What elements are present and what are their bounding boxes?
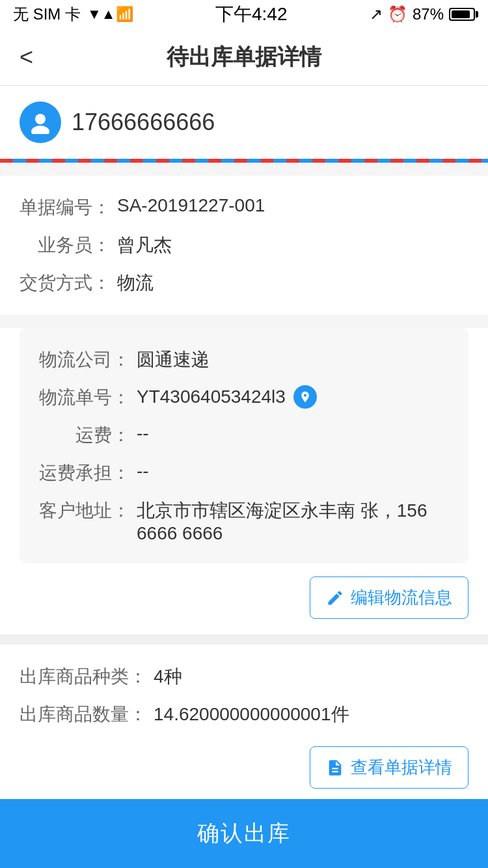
goods-type-row: 出库商品种类： 4种 xyxy=(20,664,468,689)
confirm-btn-wrapper: 确认出库 xyxy=(0,799,488,868)
edit-logistics-button[interactable]: 编辑物流信息 xyxy=(310,576,468,619)
logistics-company-value: 圆通速递 xyxy=(130,347,449,372)
battery-label: 87% xyxy=(413,5,444,23)
view-detail-button[interactable]: 查看单据详情 xyxy=(310,746,468,789)
address-value: 北京市市辖区海淀区永丰南 张，156 6666 6666 xyxy=(130,498,449,544)
logistics-company-row: 物流公司： 圆通速递 xyxy=(39,347,449,372)
location-status-icon: ↗ xyxy=(370,5,383,23)
goods-type-value: 4种 xyxy=(147,664,468,689)
back-button[interactable]: < xyxy=(20,44,33,71)
page-title: 待出库单据详情 xyxy=(167,42,321,72)
order-no-value: SA-20191227-001 xyxy=(111,195,468,216)
section-divider xyxy=(0,634,488,645)
freight-bearer-label: 运费承担： xyxy=(39,461,130,485)
goods-quantity-value: 14.620000000000001件 xyxy=(147,702,468,727)
staff-value: 曾凡杰 xyxy=(111,233,468,258)
delivery-row: 交货方式： 物流 xyxy=(20,271,468,295)
address-label: 客户地址： xyxy=(39,498,130,523)
svg-point-1 xyxy=(31,126,49,134)
battery-icon xyxy=(449,8,475,21)
edit-btn-row: 编辑物流信息 xyxy=(0,576,488,634)
map-location-icon[interactable] xyxy=(293,385,317,409)
status-bar-right: ↗ ⏰ 87% xyxy=(370,5,475,23)
svg-point-0 xyxy=(35,114,46,124)
status-bar: 无 SIM 卡 ▼▲📶 下午4:42 ↗ ⏰ 87% xyxy=(0,0,488,29)
freight-value: -- xyxy=(130,423,449,444)
freight-row: 运费： -- xyxy=(39,423,449,448)
nav-bar: < 待出库单据详情 xyxy=(0,29,488,86)
user-phone: 17666666666 xyxy=(72,109,215,136)
avatar-icon xyxy=(29,111,52,134)
edit-icon xyxy=(326,589,344,607)
delivery-label: 交货方式： xyxy=(20,271,111,295)
freight-label: 运费： xyxy=(39,423,130,448)
freight-bearer-value: -- xyxy=(130,461,449,481)
freight-bearer-row: 运费承担： -- xyxy=(39,461,449,485)
wifi-icon: ▼▲📶 xyxy=(87,6,133,23)
goods-quantity-label: 出库商品数量： xyxy=(20,702,147,727)
confirm-outbound-button[interactable]: 确认出库 xyxy=(0,799,488,868)
logistics-tracking-value: YT43064053424l3 xyxy=(130,385,449,409)
dashed-divider xyxy=(0,159,488,163)
goods-section: 出库商品种类： 4种 出库商品数量： 14.620000000000001件 xyxy=(0,645,488,746)
staff-label: 业务员： xyxy=(20,233,111,258)
status-bar-time: 下午4:42 xyxy=(215,2,288,27)
order-no-label: 单据编号： xyxy=(20,195,111,220)
battery-fill xyxy=(452,10,470,18)
goods-quantity-row: 出库商品数量： 14.620000000000001件 xyxy=(20,702,468,727)
logistics-card: 物流公司： 圆通速递 物流单号： YT43064053424l3 运费： -- … xyxy=(20,328,468,563)
avatar xyxy=(20,102,61,143)
order-info-section: 单据编号： SA-20191227-001 业务员： 曾凡杰 交货方式： 物流 xyxy=(0,176,488,315)
goods-type-label: 出库商品种类： xyxy=(20,664,147,689)
status-bar-left: 无 SIM 卡 ▼▲📶 xyxy=(13,4,133,25)
logistics-company-label: 物流公司： xyxy=(39,347,130,372)
user-header: 17666666666 xyxy=(0,86,488,159)
carrier-label: 无 SIM 卡 xyxy=(13,4,81,25)
delivery-value: 物流 xyxy=(111,271,468,295)
staff-row: 业务员： 曾凡杰 xyxy=(20,233,468,258)
address-row: 客户地址： 北京市市辖区海淀区永丰南 张，156 6666 6666 xyxy=(39,498,449,544)
order-no-row: 单据编号： SA-20191227-001 xyxy=(20,195,468,220)
logistics-tracking-label: 物流单号： xyxy=(39,385,130,410)
document-icon xyxy=(326,759,344,777)
alarm-icon: ⏰ xyxy=(388,5,407,23)
logistics-tracking-row: 物流单号： YT43064053424l3 xyxy=(39,385,449,410)
